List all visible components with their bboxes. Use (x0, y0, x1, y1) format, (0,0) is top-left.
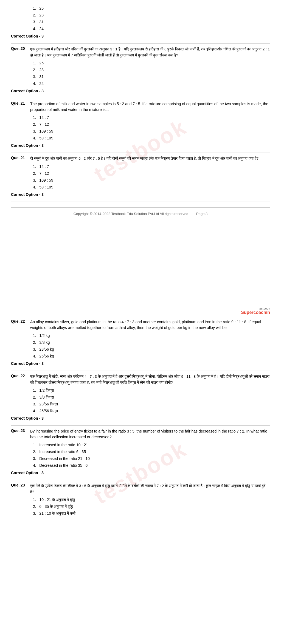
divider (11, 202, 270, 202)
option-item: 1. 12 : 7 (33, 164, 270, 170)
option-item: 3. 21 : 10 के अनुपात में कमी (33, 511, 270, 516)
option-item: 3. 23/56 किग्रा (33, 401, 270, 407)
q23-en-header: Que. 23 By increasing the price of entry… (11, 428, 270, 440)
q21-en-header: Que. 21 The proportion of milk and water… (11, 101, 270, 113)
option-item: 3. 109 : 59 (33, 178, 270, 183)
option-item: 3. 109 : 59 (33, 128, 270, 134)
q21-hi-label: Que. 21 (11, 156, 30, 160)
brand-logo: testbook Supercoachin (241, 307, 270, 315)
divider (11, 480, 270, 480)
q23-en-text: By increasing the price of entry ticket … (30, 428, 270, 440)
q23-en-block: Que. 23 By increasing the price of entry… (11, 428, 270, 475)
q21-hi-header: Que. 21 दो नमूनों में दूध और पानी का अनु… (11, 156, 270, 162)
divider (11, 425, 270, 426)
correct-option-q22-en: Correct Option - 3 (11, 361, 270, 366)
q20-options: 1. 26 2. 23 3. 31 4. 24 (11, 60, 270, 87)
q21-en-text: The proportion of milk and water in two … (30, 101, 270, 113)
option-item: 3. 31 (33, 19, 270, 25)
q21-hi-block: Que. 21 दो नमूनों में दूध और पानी का अनु… (11, 156, 270, 197)
option-item: 4. 24 (33, 26, 270, 32)
option-item: 2. 3/8 kg (33, 340, 270, 345)
q21-en-block: Que. 21 The proportion of milk and water… (11, 101, 270, 148)
q21-hi-text: दो नमूनों में दूध और पानी का अनुपात 5 : … (30, 156, 258, 162)
option-item: 4. 24 (33, 81, 270, 87)
option-item: 4. 59 : 109 (33, 184, 270, 190)
brand-super-prefix: Super (241, 310, 253, 315)
option-item: 2. 23 (33, 12, 270, 18)
footer-copyright: Copyright © 2014-2023 Testbook Edu Solut… (74, 212, 188, 216)
option-item: 2. 3/8 किग्रा (33, 394, 270, 400)
q23-hi-text: एक मेले के प्रवेश टिकट की कीमत में 3 : 5… (30, 483, 270, 495)
q22-en-text: An alloy contains silver, gold and plati… (30, 319, 270, 331)
option-item: 4. 59 : 109 (33, 135, 270, 141)
q22-hi-options: 1. 1/2 किग्रा 2. 3/8 किग्रा 3. 23/56 किग… (11, 388, 270, 414)
option-item: 2. 7 : 12 (33, 122, 270, 127)
option-item: 1. 10 : 21 के अनुपात में वृद्धि (33, 497, 270, 503)
q23-hi-header: Que. 23 एक मेले के प्रवेश टिकट की कीमत म… (11, 483, 270, 495)
option-item: 1. 26 (33, 60, 270, 66)
correct-option-q21-en: Correct Option - 3 (11, 143, 270, 148)
q22-hi-block: Que. 22 एक मिश्रधातु में चांदी, सोना और … (11, 374, 270, 420)
q23-hi-label: Que. 23 (11, 483, 30, 487)
correct-option-q20: Correct Option - 3 (11, 89, 270, 93)
page-1: testbook 1. 26 2. 23 3. 31 4. 24 Correct… (0, 0, 281, 301)
option-item: 2. 23 (33, 67, 270, 73)
q22-en-options: 1. 1/2 kg 2. 3/8 kg 3. 23/56 kg 4. 25/56… (11, 333, 270, 359)
option-item: 1. 1/2 किग्रा (33, 388, 270, 393)
q20-header: Que. 20 एक पुस्तकालय में इतिहास और गणित … (11, 46, 270, 58)
option-item: 1. 12 : 7 (33, 115, 270, 121)
q22-hi-label: Que. 22 (11, 374, 30, 378)
q20-label: Que. 20 (11, 46, 30, 51)
q21-en-label: Que. 21 (11, 101, 30, 105)
q23-en-options: 1. Increased in the ratio 10 : 21 2. Inc… (11, 442, 270, 468)
option-item: 3. 23/56 kg (33, 347, 270, 352)
option-item: 2. 6 : 35 के अनुपात में वृद्धि (33, 504, 270, 510)
option-item: 2. Increased in the ratio 6 : 35 (33, 449, 270, 455)
page-footer: Copyright © 2014-2023 Testbook Edu Solut… (11, 207, 270, 220)
q22-hi-header: Que. 22 एक मिश्रधातु में चांदी, सोना और … (11, 374, 270, 385)
correct-option-q22-hi: Correct Option - 3 (11, 416, 270, 420)
option-item: 4. 25/56 किग्रा (33, 408, 270, 414)
brand-testbook-text: testbook (241, 307, 270, 310)
page2-header: testbook Supercoachin (11, 307, 270, 315)
option-item: 2. 7 : 12 (33, 171, 270, 176)
correct-option-q21-hi: Correct Option - 3 (11, 192, 270, 197)
option-item: 1. 26 (33, 5, 270, 11)
q20-block: Que. 20 एक पुस्तकालय में इतिहास और गणित … (11, 46, 270, 93)
divider (11, 153, 270, 153)
q20-text: एक पुस्तकालय में इतिहास और गणित की पुस्त… (30, 46, 270, 58)
option-item: 3. Decreased in the ratio 21 : 10 (33, 456, 270, 462)
q23-en-label: Que. 23 (11, 428, 30, 433)
q23-hi-options: 1. 10 : 21 के अनुपात में वृद्धि 2. 6 : 3… (11, 497, 270, 516)
q19-options: 1. 26 2. 23 3. 31 4. 24 (11, 5, 270, 32)
divider (11, 371, 270, 371)
q21-hi-options: 1. 12 : 7 2. 7 : 12 3. 109 : 59 4. 59 : … (11, 164, 270, 190)
correct-option-q23-en: Correct Option - 3 (11, 471, 270, 475)
brand-supercoaching-text: Supercoachin (241, 310, 270, 315)
option-item: 4. Decreased in the ratio 35 : 6 (33, 463, 270, 468)
footer-page: Page 8 (196, 212, 207, 216)
q22-en-block: Que. 22 An alloy contains silver, gold a… (11, 319, 270, 366)
page-2: testbook testbook Supercoachin Que. 22 A… (0, 301, 281, 644)
q21-en-options: 1. 12 : 7 2. 7 : 12 3. 109 : 59 4. 59 : … (11, 115, 270, 141)
option-item: 4. 25/56 kg (33, 353, 270, 359)
divider (11, 43, 270, 44)
option-item: 3. 31 (33, 74, 270, 80)
divider (11, 98, 270, 98)
option-item: 1. 1/2 kg (33, 333, 270, 339)
correct-option-q19: Correct Option - 3 (11, 34, 270, 38)
option-item: 1. Increased in the ratio 10 : 21 (33, 442, 270, 448)
q23-hi-block: Que. 23 एक मेले के प्रवेश टिकट की कीमत म… (11, 483, 270, 516)
q19-tail-block: 1. 26 2. 23 3. 31 4. 24 Correct Option -… (11, 5, 270, 38)
q22-hi-text: एक मिश्रधातु में चांदी, सोना और प्लेटिनम… (30, 374, 270, 385)
brand-coaching-main: coachin (254, 310, 270, 315)
q22-en-header: Que. 22 An alloy contains silver, gold a… (11, 319, 270, 331)
q22-en-label: Que. 22 (11, 319, 30, 324)
